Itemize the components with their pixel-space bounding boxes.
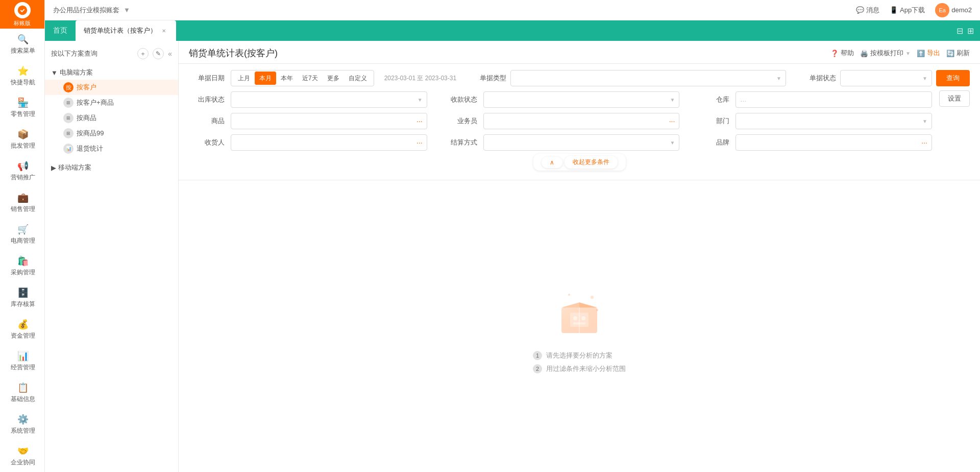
order-type-select[interactable]: ▼ <box>510 70 786 86</box>
date-btn-custom[interactable]: 自定义 <box>344 72 372 85</box>
settings-button[interactable]: 设置 <box>939 90 970 107</box>
date-btn-7days[interactable]: 近7天 <box>298 72 323 85</box>
topbar-left: 办公用品行业模拟账套 ▼ <box>53 6 130 15</box>
collapse-panel-btn[interactable]: « <box>168 50 172 58</box>
add-scheme-btn[interactable]: ＋ <box>137 48 149 59</box>
empty-state: 1 请先选择要分析的方案 2 用过滤条件来缩小分析范围 <box>179 180 980 472</box>
sidebar-item-basic[interactable]: 📋 基础信息 <box>0 377 45 409</box>
tree-child-customer-goods[interactable]: ⊞ 按客户+商品 <box>45 95 178 110</box>
tree-child-goods-label: 按商品 <box>77 113 96 123</box>
date-btn-more[interactable]: 更多 <box>323 72 344 85</box>
tab-close-icon[interactable]: ✕ <box>160 27 168 35</box>
tab-minimize-icon[interactable]: ⊟ <box>957 26 963 36</box>
settlement-select[interactable]: ▼ <box>483 134 680 151</box>
sidebar-item-finance-label: 资金管理 <box>11 332 35 340</box>
tree-child-by-customer[interactable]: 按 按客户 <box>45 80 178 95</box>
finance-icon: 💰 <box>17 319 29 330</box>
query-button[interactable]: 查询 <box>936 70 970 86</box>
filter-area: 单据日期 上月 本月 本年 近7天 更多 自定义 2023-03-01 至 20… <box>179 64 980 180</box>
edit-scheme-btn[interactable]: ✎ <box>153 48 164 59</box>
sidebar-item-finance[interactable]: 💰 资金管理 <box>0 314 45 345</box>
sidebar-item-basic-label: 基础信息 <box>11 395 35 404</box>
page-header: 销货单统计表(按客户) ❓ 帮助 🖨️ 按模板打印 ▼ ⬆️ 导出 <box>179 41 980 64</box>
sidebar-item-purchase[interactable]: 🛍️ 采购管理 <box>0 250 45 282</box>
marketing-icon: 📢 <box>17 160 29 172</box>
warehouse-label: 仓库 <box>694 95 729 104</box>
sales-icon: 💼 <box>17 192 29 203</box>
empty-hint-1: 1 请先选择要分析的方案 <box>533 351 626 360</box>
tree-child-return-stats[interactable]: 📊 退货统计 <box>45 141 178 156</box>
date-btn-current-month[interactable]: 本月 <box>255 72 276 85</box>
payment-status-select[interactable]: ▼ <box>483 91 680 108</box>
tab-home-label: 首页 <box>53 26 67 35</box>
order-status-select[interactable]: ▼ <box>840 70 932 86</box>
sidebar-item-sales[interactable]: 💼 销售管理 <box>0 187 45 219</box>
tree-parent-desktop[interactable]: ▼ 电脑端方案 <box>45 65 178 80</box>
export-label: 导出 <box>927 49 940 58</box>
warehouse-select[interactable]: … <box>736 91 932 108</box>
warehouse-placeholder: … <box>740 96 927 103</box>
export-btn[interactable]: ⬆️ 导出 <box>917 49 940 58</box>
tree-child-goods99[interactable]: ⊞ 按商品99 <box>45 126 178 141</box>
department-select[interactable]: ▼ <box>736 113 932 129</box>
empty-hint-1-text: 请先选择要分析的方案 <box>546 351 612 360</box>
salesperson-select[interactable]: ··· <box>483 113 680 129</box>
print-btn[interactable]: 🖨️ 按模板打印 ▼ <box>860 49 911 58</box>
sidebar-item-inventory[interactable]: 🗄️ 库存核算 <box>0 282 45 314</box>
date-btn-last-month[interactable]: 上月 <box>233 72 255 85</box>
app-download-btn[interactable]: 📱 App下载 <box>890 6 925 15</box>
app-logo: 标账版 <box>0 0 45 29</box>
purchase-icon: 🛍️ <box>17 255 29 267</box>
sidebar-item-wholesale-label: 批发管理 <box>11 141 35 150</box>
help-btn[interactable]: ❓ 帮助 <box>830 49 854 58</box>
sidebar-item-system[interactable]: ⚙️ 系统管理 <box>0 409 45 440</box>
tab-expand-icon[interactable]: ⊞ <box>967 26 974 36</box>
sidebar-item-wholesale[interactable]: 📦 批发管理 <box>0 124 45 155</box>
avatar-text: Ea <box>939 7 946 13</box>
refresh-btn[interactable]: 🔄 刷新 <box>946 49 970 58</box>
refresh-icon: 🔄 <box>946 50 954 57</box>
date-btn-current-year[interactable]: 本年 <box>276 72 298 85</box>
sidebar-item-retail[interactable]: 🏪 零售管理 <box>0 92 45 124</box>
sidebar-item-enterprise[interactable]: 🤝 企业协同 <box>0 440 45 472</box>
sidebar-item-search[interactable]: 🔍 搜索菜单 <box>0 29 45 60</box>
salesperson-dots: ··· <box>669 117 675 125</box>
download-icon: 📱 <box>890 6 898 14</box>
svg-point-6 <box>568 294 570 296</box>
print-arrow-icon: ▼ <box>905 51 911 56</box>
consignee-select[interactable]: ··· <box>231 134 427 151</box>
settlement-arrow: ▼ <box>670 140 675 146</box>
payment-status-arrow: ▼ <box>670 97 675 103</box>
messages-btn[interactable]: 💬 消息 <box>856 6 879 15</box>
inventory-icon: 🗄️ <box>17 287 29 298</box>
sidebar-item-shortcuts[interactable]: ⭐ 快捷导航 <box>0 60 45 92</box>
brand-select[interactable]: ··· <box>736 134 932 151</box>
filter-row-4: 收货人 ··· 结算方式 ▼ 品牌 <box>189 134 932 151</box>
left-panel-title: 按以下方案查询 <box>51 49 97 58</box>
collapse-filters-btn[interactable]: ∧ 收起更多条件 <box>533 154 626 171</box>
goods-select[interactable]: ··· <box>231 113 427 129</box>
tree-icon-return: 📊 <box>63 144 74 154</box>
topbar-dropdown-icon[interactable]: ▼ <box>124 6 130 14</box>
out-status-select[interactable]: ▼ <box>231 91 427 108</box>
help-label: 帮助 <box>841 49 854 58</box>
tab-sales-stats[interactable]: 销货单统计表（按客户） ✕ <box>76 20 176 41</box>
sidebar-item-marketing[interactable]: 📢 营销推广 <box>0 155 45 187</box>
tree-parent-mobile[interactable]: ▶ 移动端方案 <box>45 160 178 175</box>
order-status-label: 单据状态 <box>800 74 836 83</box>
user-profile[interactable]: Ea demo2 <box>935 3 972 17</box>
consignee-label: 收货人 <box>189 138 225 147</box>
tab-home[interactable]: 首页 <box>45 20 76 41</box>
tree-icon-customer: 按 <box>63 82 74 92</box>
sidebar-item-search-label: 搜索菜单 <box>11 46 35 55</box>
sidebar-item-ecommerce[interactable]: 🛒 电商管理 <box>0 219 45 250</box>
collapse-filters-row: ∧ 收起更多条件 <box>189 151 970 174</box>
collapse-up-icon: ∧ <box>542 157 562 168</box>
logo-text: 标账版 <box>14 19 31 27</box>
tree-arrow-mobile: ▶ <box>51 164 56 172</box>
sidebar-item-marketing-label: 营销推广 <box>11 173 35 182</box>
svg-point-5 <box>591 296 594 299</box>
sidebar-item-purchase-label: 采购管理 <box>11 268 35 277</box>
sidebar-item-operations[interactable]: 📊 经营管理 <box>0 345 45 377</box>
tree-child-by-goods[interactable]: ⊞ 按商品 <box>45 110 178 126</box>
